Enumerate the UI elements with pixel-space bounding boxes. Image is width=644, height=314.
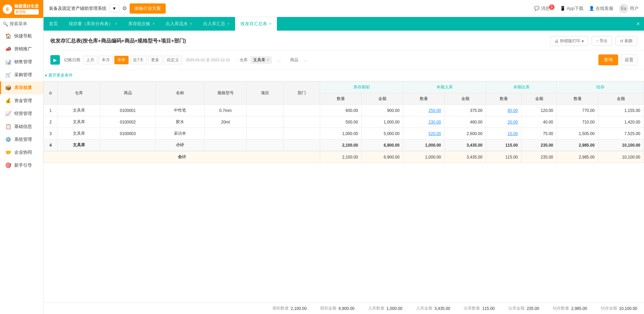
table-row-opening-qty: 1,000.00	[320, 128, 362, 139]
chevron-down-icon: ▾	[582, 39, 584, 44]
warehouse-more-dots[interactable]: ...	[277, 57, 281, 62]
warehouse-header: 仓库	[57, 82, 100, 105]
this-month-btn[interactable]: 本月	[99, 56, 113, 64]
table-row-balance-amt: 1,420.00	[598, 116, 644, 128]
bottom-opening-qty: 期初数量 2,100.00	[273, 305, 307, 311]
tab-summary[interactable]: 出入库汇总 ×	[198, 17, 235, 31]
refresh-button[interactable]: ↺ 刷新	[615, 36, 637, 46]
search-icon: 🔍	[3, 21, 8, 27]
date-buttons-group: 上月 本月 本年 近7天 更多 自定义	[83, 56, 182, 64]
table-row-num: 2	[44, 116, 57, 128]
table-row-warehouse: 文具库	[57, 128, 100, 139]
table-row-out-amt: 235.00	[522, 139, 557, 151]
in-amt-header: 金额	[445, 93, 486, 105]
close-all-tabs-icon[interactable]: ×	[636, 20, 644, 28]
sidebar-item-finance[interactable]: 💰 资金管理	[0, 94, 43, 107]
tab-flow[interactable]: 出入库流水 ×	[160, 17, 198, 31]
project-header: 项目	[247, 82, 283, 105]
user-item[interactable]: Ea 用户	[619, 4, 639, 13]
sidebar-item-marketing[interactable]: 📣 营销推广	[0, 43, 43, 55]
balance-group-header: 结存	[557, 82, 644, 93]
message-item[interactable]: 💬 消息 6	[534, 5, 555, 12]
sidebar-item-guide[interactable]: 🎯 新手引导	[0, 159, 43, 172]
opening-amt-header: 金额	[362, 93, 403, 105]
finance-icon: 💰	[5, 98, 12, 104]
table-row-in-qty[interactable]: 250.00	[403, 105, 445, 116]
table-row-opening-amt: 1,000.00	[362, 116, 403, 128]
table-row-out-amt: 40.00	[522, 116, 557, 128]
table-row-num: 3	[44, 128, 57, 139]
export-button[interactable]: ↑ 导出	[592, 36, 612, 46]
topbar-left: 装备及固定资产辅助管理系统 ▼ ⚙ 体验行业方案	[49, 3, 166, 14]
sidebar-item-sales[interactable]: 📊 销售管理	[0, 55, 43, 68]
app-download-item[interactable]: 📱 App下载	[560, 5, 583, 12]
table-row-balance-amt: 7,525.00	[598, 128, 644, 139]
warehouse-filter-section: 仓库 文具库 × ...	[240, 56, 281, 64]
this-year-btn[interactable]: 本年	[114, 56, 129, 64]
chevron-down-icon: ▾	[45, 73, 47, 78]
table-row-in-amt: 2,600.00	[445, 128, 486, 139]
sidebar-item-inventory[interactable]: 📦 库存核算	[0, 81, 43, 94]
table-row-warehouse: 文具库	[57, 139, 100, 151]
warehouse-tag-close[interactable]: ×	[267, 57, 269, 62]
tab-receive-summary[interactable]: 收发存汇总表 ×	[235, 17, 277, 31]
sidebar-item-purchase[interactable]: 🛒 采购管理	[0, 68, 43, 81]
tab-close-flow[interactable]: ×	[190, 21, 192, 26]
tab-close-batch-ledger[interactable]: ×	[152, 21, 155, 26]
last-month-btn[interactable]: 上月	[83, 56, 97, 64]
last-7days-btn[interactable]: 近7天	[130, 56, 147, 64]
sidebar-item-basic[interactable]: 📋 基础信息	[0, 120, 43, 133]
bottom-out-amt: 出库金额 235.00	[508, 305, 539, 311]
goods-spec-header: 规格型号	[204, 82, 247, 105]
filter-toggle-button[interactable]: ▶	[50, 55, 60, 65]
trial-button[interactable]: 体验行业方案	[130, 3, 166, 14]
table-row-in-qty[interactable]: 230.00	[403, 116, 445, 128]
service-icon: 👤	[589, 6, 594, 11]
tab-close-stock-dist[interactable]: ×	[115, 21, 117, 26]
tab-batch-ledger[interactable]: 库存批次账 ×	[123, 17, 160, 31]
bottom-balance-qty: 结存数量 2,985.00	[553, 305, 587, 311]
sidebar-item-operation[interactable]: 📈 经营管理	[0, 107, 43, 120]
sidebar-item-quick-nav[interactable]: 🏠 快捷导航	[0, 30, 43, 43]
tab-close-summary[interactable]: ×	[227, 21, 230, 26]
query-button[interactable]: 查询	[598, 54, 618, 65]
sidebar-item-enterprise[interactable]: 🤝 企业协同	[0, 146, 43, 159]
table-row-out-qty[interactable]: 80.00	[486, 105, 522, 116]
system-dropdown[interactable]: ▼	[109, 4, 119, 13]
tab-stock-dist[interactable]: 现存量（库存分布表） ×	[63, 17, 123, 31]
goods-filter-label: 商品	[290, 57, 298, 63]
system-title: 装备及固定资产辅助管理系统	[49, 5, 106, 12]
table-row-in-qty[interactable]: 520.00	[403, 128, 445, 139]
table-row-project	[247, 128, 283, 139]
custom-date-btn[interactable]: 自定义	[164, 56, 182, 64]
sidebar-item-system[interactable]: ⚙️ 系统管理	[0, 133, 43, 146]
table-settings-header[interactable]: ⚙	[44, 82, 57, 105]
period-out-group-header: 本期出库	[486, 82, 557, 93]
gear-icon[interactable]: ⚙	[122, 5, 127, 12]
opening-group-header: 库存期初	[320, 82, 403, 93]
print-button[interactable]: 🖨 拆锁版打印 ▾	[550, 36, 588, 46]
table-row-balance-qty: 1,505.00	[557, 128, 598, 139]
table-row-opening-amt: 900.00	[362, 105, 403, 116]
footer-out-qty: 115.00	[486, 151, 522, 163]
search-menu-item[interactable]: 🔍 搜索菜单	[0, 18, 43, 30]
table-row-out-qty[interactable]: 20.00	[486, 116, 522, 128]
tab-close-receive-summary[interactable]: ×	[269, 21, 271, 26]
more-date-btn[interactable]: 更多	[148, 56, 162, 64]
table-row-out-qty[interactable]: 15.00	[486, 128, 522, 139]
table-row-balance-qty: 2,985.00	[557, 139, 598, 151]
tab-home[interactable]: 首页	[44, 17, 63, 31]
table-row-balance-amt: 1,155.00	[598, 105, 644, 116]
purchase-icon: 🛒	[5, 72, 12, 78]
export-icon: ↑	[596, 39, 598, 44]
table-row-project	[247, 105, 283, 116]
table-row-spec	[204, 128, 247, 139]
settings-button[interactable]: 设置	[621, 54, 637, 65]
goods-more-dots[interactable]: ...	[304, 57, 307, 62]
online-service-item[interactable]: 👤 在线客服	[589, 5, 613, 12]
expand-button[interactable]: ▾ 展开更多条件	[45, 72, 643, 78]
page-content: 收发存汇总表(按仓库+商品编码+商品+规格型号+项目+部门) 🖨 拆锁版打印 ▾…	[44, 31, 644, 302]
footer-out-amt: 235.00	[522, 151, 557, 163]
refresh-icon: ↺	[620, 39, 623, 44]
message-icon: 💬	[534, 6, 540, 11]
